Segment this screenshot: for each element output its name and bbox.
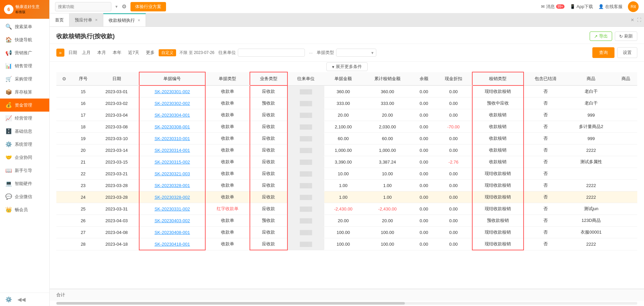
horizontal-scrollbar[interactable] <box>56 302 637 305</box>
logo-text: 畅康道好生意 标推版 <box>15 4 40 14</box>
table-cell: 0.00 <box>435 98 472 109</box>
sidebar-item-member[interactable]: 👑 畅会员 <box>0 203 49 216</box>
table-cell[interactable]: SK-20230310-001 <box>139 133 205 144</box>
doc-no-link[interactable]: SK-20230308-001 <box>155 124 190 129</box>
table-cell[interactable]: SK-20230308-001 <box>139 121 205 133</box>
sidebar-item-finance[interactable]: 💰 资金管理 <box>0 99 49 112</box>
table-cell[interactable]: SK-20230403-002 <box>139 215 205 227</box>
collapse-icon[interactable]: ◀◀ <box>17 296 25 303</box>
sidebar-item-guide[interactable]: 📖 新手引导 <box>0 164 49 177</box>
doc-no-link[interactable]: SK-20230418-001 <box>155 242 190 247</box>
table-cell[interactable]: SK-20230328-001 <box>139 180 205 191</box>
doc-no-link[interactable]: SK-20230328-002 <box>155 195 190 200</box>
table-cell[interactable]: SK-20230321-003 <box>139 168 205 180</box>
table-cell: 2023-03-21 <box>94 168 139 180</box>
close-window-icon[interactable]: ✕ <box>631 17 634 22</box>
table-cell: 收款单 <box>205 85 250 98</box>
filter-date-this-year[interactable]: 本年 <box>110 49 124 56</box>
table-cell: 收款单 <box>205 144 250 156</box>
tab-home[interactable]: 首页 <box>50 13 69 26</box>
tab-collection-close[interactable]: ✕ <box>138 18 140 22</box>
export-button[interactable]: ↗ 导出 <box>590 32 612 41</box>
settings-footer-icon[interactable]: ⚙️ <box>5 296 12 303</box>
doc-no-link[interactable]: SK-20230314-001 <box>155 148 190 153</box>
page-title: 收款核销执行(按收款) <box>56 32 115 40</box>
filter-date-more[interactable]: 更多 <box>143 49 157 56</box>
expand-more-button[interactable]: ▾ 展开更多条件 <box>326 62 368 71</box>
sidebar-item-wechat[interactable]: 💬 企业微信 <box>0 190 49 203</box>
table-cell[interactable]: SK-20230328-002 <box>139 191 205 203</box>
table-cell: 应收款 <box>250 168 287 180</box>
gear-settings-icon[interactable]: ⚙ <box>122 3 126 10</box>
settings-button[interactable]: 设置 <box>617 47 637 58</box>
sidebar-item-purchase[interactable]: 🛒 采购管理 <box>0 72 49 85</box>
doc-no-link[interactable]: SK-20230408-001 <box>155 230 190 235</box>
doc-no-link[interactable]: SK-20230304-001 <box>155 113 190 118</box>
doc-no-link[interactable]: SK-20230321-003 <box>155 171 190 176</box>
table-cell[interactable]: SK-20230302-002 <box>139 98 205 109</box>
column-settings-icon[interactable]: ⚙ <box>62 76 66 81</box>
table-cell: ████ <box>287 215 324 227</box>
doc-no-link[interactable]: SK-20230301-002 <box>155 89 190 94</box>
app-download-item[interactable]: 📱 App下载 <box>570 4 593 10</box>
table-cell: 应收款 <box>250 144 287 156</box>
sidebar-item-sales[interactable]: 📊 销售管理 <box>0 59 49 72</box>
filter-expand-button[interactable]: » <box>56 49 64 57</box>
query-button[interactable]: 查询 <box>592 47 614 58</box>
table-cell[interactable]: SK-20230301-002 <box>139 85 205 98</box>
col-header-goods2: 商品 <box>615 72 637 85</box>
filter-date-this-month[interactable]: 本月 <box>95 49 109 56</box>
table-cell[interactable]: SK-20230418-001 <box>139 238 205 250</box>
doc-no-link[interactable]: SK-20230328-001 <box>155 183 190 188</box>
table-cell[interactable]: SK-20230315-002 <box>139 156 205 168</box>
table-cell: 20.00 <box>362 215 413 227</box>
table-cell[interactable]: SK-20230314-001 <box>139 144 205 156</box>
table-cell <box>615 98 637 109</box>
doc-no-link[interactable]: SK-20230315-002 <box>155 160 190 165</box>
search-input[interactable] <box>55 2 111 11</box>
trial-button[interactable]: 体验行业方案 <box>130 2 166 11</box>
table-cell[interactable]: SK-20230304-001 <box>139 109 205 121</box>
table-cell: 333.00 <box>362 98 413 109</box>
col-header-cash-discount: 现金折扣 <box>435 72 472 85</box>
filter-doctype-select[interactable] <box>336 49 376 57</box>
sidebar-item-quick[interactable]: 🏠 快捷导航 <box>0 33 49 46</box>
sidebar-item-basic[interactable]: 🗄️ 基础信息 <box>0 125 49 138</box>
table-cell <box>615 156 637 168</box>
tab-collection[interactable]: 收款核销执行 ✕ <box>103 13 146 26</box>
table-cell[interactable]: SK-20230331-002 <box>139 203 205 215</box>
table-cell <box>615 85 637 98</box>
doc-no-link[interactable]: SK-20230331-002 <box>155 206 190 211</box>
maximize-icon[interactable]: ⛶ <box>637 17 641 22</box>
sidebar-item-inventory[interactable]: 📦 库存核算 <box>0 85 49 99</box>
sidebar-item-system[interactable]: ⚙️ 系统管理 <box>0 138 49 151</box>
online-service-item[interactable]: 👤 在线客服 <box>598 4 623 10</box>
doc-no-link[interactable]: SK-20230310-001 <box>155 136 190 141</box>
sidebar-item-marketing[interactable]: 📢 营销推广 <box>0 46 49 59</box>
filter-date-custom-button[interactable]: 自定义 <box>159 49 176 56</box>
message-item[interactable]: ✉ 消息 99+ <box>541 4 565 10</box>
user-avatar[interactable]: Rit <box>628 1 639 12</box>
sidebar-item-corp[interactable]: 🤝 企业协同 <box>0 151 49 164</box>
refresh-button[interactable]: ↻ 刷新 <box>615 32 637 41</box>
doc-no-link[interactable]: SK-20230302-002 <box>155 101 190 106</box>
sidebar-item-operation[interactable]: 📈 经营管理 <box>0 112 49 125</box>
doc-no-link[interactable]: SK-20230403-002 <box>155 218 190 223</box>
table-cell: -2,430.00 <box>324 203 362 215</box>
table-cell[interactable]: SK-20230408-001 <box>139 227 205 238</box>
table-cell: 0.00 <box>413 168 435 180</box>
filter-date-prev-month[interactable]: 上月 <box>79 49 93 56</box>
filter-date-7days[interactable]: 近7天 <box>125 49 142 56</box>
table-cell <box>615 215 637 227</box>
table-cell: 999 <box>568 109 615 121</box>
sidebar-item-search[interactable]: 🔍 搜索菜单 <box>0 20 49 33</box>
dropdown-arrow-icon[interactable]: ▾ <box>115 4 118 9</box>
filter-partner-input[interactable] <box>238 49 305 57</box>
col-header-biz-type: 业务类型 <box>250 72 287 85</box>
tab-prepay-close[interactable]: ✕ <box>95 18 98 22</box>
col-header-date: 日期 <box>94 72 139 85</box>
page-header: 收款核销执行(按收款) ↗ 导出 ↻ 刷新 <box>50 27 644 44</box>
tab-prepay[interactable]: 预应付单 ✕ <box>69 13 103 26</box>
filter-date-options: 上月 本月 本年 近7天 更多 自定义 <box>79 49 176 56</box>
sidebar-item-hardware[interactable]: 💻 智能硬件 <box>0 177 49 190</box>
